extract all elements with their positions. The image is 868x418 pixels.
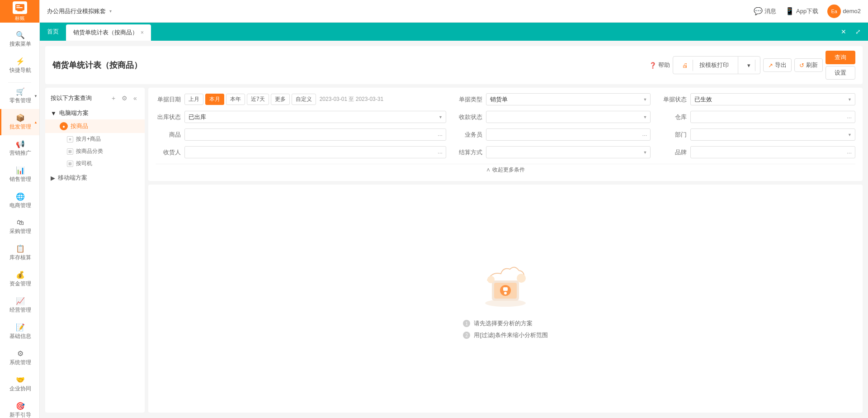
desktop-group-header[interactable]: ▼ 电脑端方案 <box>45 107 145 119</box>
tab-home[interactable]: 首页 <box>40 23 66 41</box>
sidebar-item-retail[interactable]: 🛒 零售管理 <box>0 83 39 109</box>
goods-label: 商品 <box>156 131 181 139</box>
filter-brand: 品牌 <box>661 146 855 158</box>
warehouse-label: 仓库 <box>661 113 687 121</box>
date-btn-more[interactable]: 更多 <box>271 94 290 105</box>
date-btn-7days[interactable]: 近7天 <box>247 94 269 105</box>
tree-item-by-goods[interactable]: ● 按商品 <box>45 119 145 133</box>
mobile-group-header[interactable]: ▶ 移动端方案 <box>45 171 145 184</box>
purchase-icon: 🛍 <box>17 218 24 227</box>
tab-active[interactable]: 销货单统计表（按商品） × <box>66 24 151 41</box>
staff-input[interactable] <box>486 128 651 141</box>
sidebar-item-basics[interactable]: 📝 基础信息 <box>0 318 39 345</box>
maximize-icon: ⤢ <box>855 28 861 35</box>
goods-input[interactable] <box>184 128 446 141</box>
receiver-input[interactable] <box>184 146 446 158</box>
export-icon: ↗ <box>768 62 773 69</box>
warehouse-select-wrapper <box>690 111 855 123</box>
quicknav-icon: ⚡ <box>16 57 25 66</box>
sidebar-item-label: 基础信息 <box>9 332 31 340</box>
sidebar-item-wholesale[interactable]: 📦 批发管理 <box>0 109 39 135</box>
page-content: 销货单统计表（按商品） ❓ 帮助 🖨 按模板打印 ▾ ↗ <box>40 41 868 418</box>
query-btn[interactable]: 查询 <box>826 51 855 64</box>
date-btn-custom[interactable]: 自定义 <box>292 94 316 105</box>
warehouse-input[interactable] <box>690 111 855 123</box>
svg-rect-2 <box>16 5 20 6</box>
print-icon: 🖨 <box>678 60 693 71</box>
company-name: 办公用品行业模拟账套 <box>47 7 106 15</box>
date-btn-thismonth[interactable]: 本月 <box>205 94 224 105</box>
sidebar-item-system[interactable]: ⚙ 系统管理 <box>0 345 39 371</box>
date-btn-lastmonth[interactable]: 上月 <box>184 94 203 105</box>
payment-status-select[interactable] <box>486 111 651 123</box>
sidebar-item-ecommerce[interactable]: 🌐 电商管理 <box>0 188 39 214</box>
message-btn[interactable]: 💬 消息 <box>754 7 776 15</box>
doc-type-select-wrapper: 销货单 <box>486 93 651 105</box>
settings-btn[interactable]: 设置 <box>826 66 855 80</box>
export-btn[interactable]: ↗ 导出 <box>763 58 792 72</box>
edit-scheme-btn[interactable]: ⚙ <box>120 94 128 102</box>
print-btn[interactable]: 🖨 按模板打印 <box>673 57 738 74</box>
refresh-label: 刷新 <box>806 61 818 69</box>
tree-item-by-month-goods[interactable]: ≡ 按月+商品 <box>45 133 145 145</box>
date-btn-thisyear[interactable]: 本年 <box>226 94 245 105</box>
help-icon: ❓ <box>649 62 656 69</box>
collapse-bar[interactable]: ∧ 收起更多条件 <box>156 164 855 176</box>
sidebar-item-marketing[interactable]: 📢 营销推广 <box>0 135 39 162</box>
dept-select-wrapper <box>690 128 855 141</box>
app-download-btn[interactable]: 📱 App下载 <box>785 7 818 15</box>
empty-tip-1: 1 请先选择要分析的方案 <box>463 319 547 328</box>
tree-item-by-driver[interactable]: ⊞ 按司机 <box>45 157 145 170</box>
doc-type-select[interactable]: 销货单 <box>486 93 651 105</box>
sidebar-item-purchase[interactable]: 🛍 采购管理 <box>0 214 39 240</box>
tab-close-icon[interactable]: × <box>141 29 144 36</box>
sidebar-item-collab[interactable]: 🤝 企业协同 <box>0 371 39 397</box>
tree-item-by-category[interactable]: ⊞ 按商品分类 <box>45 145 145 157</box>
filter-payment-status: 收款状态 <box>457 111 651 123</box>
dept-select[interactable] <box>690 128 855 141</box>
ecommerce-icon: 🌐 <box>16 192 25 201</box>
logo-icon <box>13 1 27 14</box>
svg-point-11 <box>517 274 526 283</box>
sidebar-item-sales[interactable]: 📊 销售管理 <box>0 162 39 188</box>
tab-minimize-btn[interactable]: ✕ <box>837 25 850 38</box>
svg-point-9 <box>504 292 507 294</box>
tab-bar: 首页 销货单统计表（按商品） × ✕ ⤢ <box>40 23 868 41</box>
print-dropdown-btn[interactable]: ▾ <box>738 57 760 73</box>
sidebar-item-search[interactable]: 🔍 搜索菜单 <box>8 26 31 52</box>
tab-maximize-btn[interactable]: ⤢ <box>852 25 864 38</box>
warehouse-status-label: 出库状态 <box>156 113 181 121</box>
help-btn[interactable]: ❓ 帮助 <box>649 61 670 69</box>
warehouse-status-select[interactable]: 已出库 <box>184 111 446 123</box>
sub-item-icon: ⊞ <box>67 148 73 155</box>
brand-input[interactable] <box>690 146 855 158</box>
collapse-panel-btn[interactable]: « <box>131 94 139 102</box>
tip-text-1: 请先选择要分析的方案 <box>474 319 533 328</box>
sidebar-item-label: 资金管理 <box>9 280 31 288</box>
payment-method-label: 结算方式 <box>457 148 482 157</box>
sidebar-item-operations[interactable]: 📈 经营管理 <box>0 292 39 318</box>
refresh-btn[interactable]: ↺ 刷新 <box>794 58 823 72</box>
date-label: 单据日期 <box>156 95 181 104</box>
sidebar-search-section: 🔍 搜索菜单 ⚡ 快捷导航 <box>8 23 31 83</box>
sidebar-item-label: 采购管理 <box>9 228 31 235</box>
sidebar-item-quicknav[interactable]: ⚡ 快捷导航 <box>8 52 31 79</box>
sidebar-item-finance[interactable]: 💰 资金管理 <box>0 266 39 292</box>
mobile-group-label: 移动端方案 <box>58 174 87 182</box>
doc-status-select[interactable]: 已生效 <box>690 93 855 105</box>
finance-icon: 💰 <box>16 271 25 279</box>
add-scheme-btn[interactable]: + <box>109 94 118 102</box>
sidebar-item-label: 企业协同 <box>9 385 31 393</box>
sidebar-item-inventory[interactable]: 📋 库存核算 <box>0 240 39 266</box>
brand-select-wrapper <box>690 146 855 158</box>
company-dropdown-icon[interactable]: ▾ <box>109 9 112 14</box>
title-actions: ❓ 帮助 🖨 按模板打印 ▾ ↗ 导出 ↺ <box>649 51 855 80</box>
sidebar: 标账 🔍 搜索菜单 ⚡ 快捷导航 🛒 零售管理 📦 批发管理 📢 营销推广 📊 <box>0 0 40 418</box>
app-download-label: App下载 <box>796 7 818 15</box>
app-logo: 标账 <box>0 0 39 23</box>
print-label: 按模板打印 <box>695 59 733 71</box>
user-profile[interactable]: Ea demo2 <box>827 5 861 18</box>
page-title: 销货单统计表（按商品） <box>52 60 142 71</box>
payment-method-select[interactable] <box>486 146 651 158</box>
sidebar-item-newbie[interactable]: 🎯 新手引导 <box>0 397 39 418</box>
